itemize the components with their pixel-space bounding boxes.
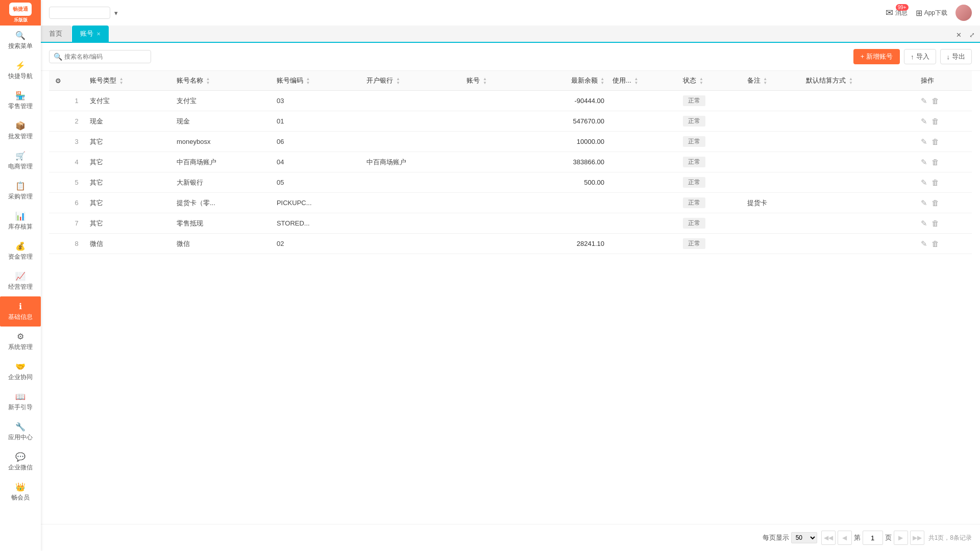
last-page-button[interactable]: ▶▶	[910, 531, 924, 545]
cell-usage-6	[608, 213, 679, 234]
sort-account-no[interactable]	[483, 77, 487, 85]
account-search-box[interactable]: 🔍	[49, 50, 151, 63]
delete-icon-5[interactable]: 🗑	[932, 198, 939, 207]
add-account-button[interactable]: + 新增账号	[853, 49, 900, 64]
add-account-label: + 新增账号	[861, 52, 893, 61]
sidebar-item-purchase-manage[interactable]: 📋 采购管理	[0, 176, 41, 206]
edit-icon-5[interactable]: ✎	[921, 198, 927, 208]
delete-icon-4[interactable]: 🗑	[932, 178, 939, 187]
sort-status[interactable]	[699, 77, 703, 85]
sidebar-item-fund-manage[interactable]: 💰 资金管理	[0, 236, 41, 266]
sidebar-item-enterprise-wechat[interactable]: 💬 企业微信	[0, 447, 41, 477]
tab-home[interactable]: 首页	[41, 26, 71, 42]
sort-default-payment[interactable]	[849, 77, 853, 85]
sidebar-item-new-guide[interactable]: 📖 新手引导	[0, 387, 41, 417]
sidebar-item-quick-nav[interactable]: ⚡ 快捷导航	[0, 56, 41, 86]
sidebar-item-wholesale-manage[interactable]: 📦 批发管理	[0, 116, 41, 146]
app-download-button[interactable]: ⊞ App下载	[916, 8, 947, 18]
content-area: 🔍 + 新增账号 ↑ 导入 ↓ 导出	[41, 43, 980, 551]
col-balance[interactable]: 最新余额	[522, 71, 608, 91]
sidebar-item-system-manage[interactable]: ⚙ 系统管理	[0, 327, 41, 357]
delete-icon-3[interactable]: 🗑	[932, 158, 939, 166]
import-button[interactable]: ↑ 导入	[904, 49, 936, 64]
account-search-input[interactable]	[64, 53, 146, 60]
cell-num-5: 6	[67, 193, 86, 213]
col-usage-label: 使用...	[612, 77, 631, 84]
sort-account-name[interactable]	[206, 77, 210, 85]
col-usage[interactable]: 使用...	[608, 71, 679, 91]
delete-icon-2[interactable]: 🗑	[932, 137, 939, 146]
sidebar-item-ecommerce-manage[interactable]: 🛒 电商管理	[0, 146, 41, 176]
sidebar-item-vip-member[interactable]: 👑 畅会员	[0, 477, 41, 507]
cell-code-6: STORED...	[273, 213, 362, 234]
col-account-name[interactable]: 账号名称	[173, 71, 273, 91]
col-settings[interactable]: ⚙	[49, 71, 67, 91]
edit-icon-0[interactable]: ✎	[921, 96, 927, 106]
cell-usage-0	[608, 91, 679, 111]
sort-account-code[interactable]	[306, 77, 310, 85]
cell-remark-1	[743, 111, 802, 132]
sidebar-item-app-center[interactable]: 🔧 应用中心	[0, 417, 41, 447]
delete-icon-0[interactable]: 🗑	[932, 96, 939, 105]
sidebar-item-operation-manage[interactable]: 📈 经营管理	[0, 266, 41, 296]
col-remark[interactable]: 备注	[743, 71, 802, 91]
col-account-code[interactable]: 账号编码	[273, 71, 362, 91]
cell-actions-1: ✎ 🗑	[917, 111, 972, 132]
sort-bank[interactable]	[396, 77, 400, 85]
tab-account-close[interactable]: ✕	[96, 31, 101, 37]
settings-icon[interactable]: ⚙	[55, 77, 61, 85]
tab-account[interactable]: 账号 ✕	[72, 26, 109, 42]
sidebar-item-label: 企业微信	[8, 463, 33, 472]
edit-icon-3[interactable]: ✎	[921, 158, 927, 167]
col-account-no[interactable]: 账号	[462, 71, 522, 91]
tab-close-button[interactable]: ✕	[952, 29, 965, 41]
page-input[interactable]	[863, 531, 883, 545]
sidebar-item-retail-manage[interactable]: 🏪 零售管理	[0, 86, 41, 116]
edit-icon-4[interactable]: ✎	[921, 178, 927, 187]
col-default-payment[interactable]: 默认结算方式	[802, 71, 916, 91]
edit-icon-6[interactable]: ✎	[921, 219, 927, 228]
edit-icon-7[interactable]: ✎	[921, 239, 927, 248]
sidebar-item-label: 搜索菜单	[8, 42, 33, 51]
delete-icon-1[interactable]: 🗑	[932, 117, 939, 126]
edit-icon-2[interactable]: ✎	[921, 137, 927, 146]
cell-usage-1	[608, 111, 679, 132]
col-status[interactable]: 状态	[679, 71, 743, 91]
cell-status-4: 正常	[679, 172, 743, 193]
cell-status-5: 正常	[679, 193, 743, 213]
cell-actions-4: ✎ 🗑	[917, 172, 972, 193]
sort-usage[interactable]	[634, 77, 639, 85]
sort-account-type[interactable]	[119, 77, 124, 85]
sidebar-item-enterprise-agreement[interactable]: 🤝 企业协同	[0, 357, 41, 387]
per-page-select[interactable]: 50 100 200	[791, 532, 817, 543]
next-page-button[interactable]: ▶	[894, 531, 908, 545]
col-status-label: 状态	[683, 77, 696, 84]
sort-remark[interactable]	[763, 77, 767, 85]
delete-icon-7[interactable]: 🗑	[932, 239, 939, 248]
topbar-dropdown[interactable]: ▾	[114, 9, 118, 17]
col-bank[interactable]: 开户银行	[362, 71, 462, 91]
first-page-button[interactable]: ◀◀	[821, 531, 836, 545]
col-account-type[interactable]: 账号类型	[86, 71, 173, 91]
edit-icon-1[interactable]: ✎	[921, 117, 927, 126]
cell-bank-3: 中百商场账户	[362, 152, 462, 172]
cell-num-6: 7	[67, 213, 86, 234]
delete-icon-6[interactable]: 🗑	[932, 219, 939, 228]
ecommerce-icon: 🛒	[15, 151, 26, 161]
sidebar-item-basic-info[interactable]: ℹ 基础信息	[0, 296, 41, 327]
sidebar-item-inventory-check[interactable]: 📊 库存核算	[0, 206, 41, 236]
topbar-search-input[interactable]	[49, 7, 110, 19]
page-nav: ◀◀ ◀ 第 页 ▶ ▶▶	[821, 531, 924, 545]
tab-expand-button[interactable]: ⤢	[966, 29, 978, 41]
user-avatar[interactable]	[955, 5, 972, 21]
cell-name-1: 现金	[173, 111, 273, 132]
cell-name-7: 微信	[173, 234, 273, 254]
sidebar-item-search-menu[interactable]: 🔍 搜索菜单	[0, 26, 41, 56]
cell-name-0: 支付宝	[173, 91, 273, 111]
cell-actions-7: ✎ 🗑	[917, 234, 972, 254]
sort-balance[interactable]	[600, 77, 604, 85]
col-remark-label: 备注	[747, 77, 761, 84]
prev-page-button[interactable]: ◀	[838, 531, 852, 545]
export-button[interactable]: ↓ 导出	[940, 49, 972, 64]
msg-button[interactable]: ✉ 99+ 消息	[886, 7, 908, 18]
